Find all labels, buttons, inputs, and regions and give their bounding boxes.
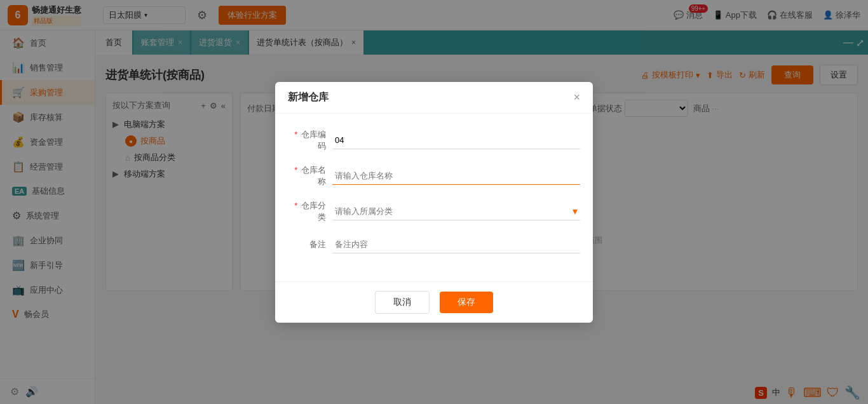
modal-close-button[interactable]: × <box>573 91 580 104</box>
modal-header: 新增仓库 × <box>275 82 593 114</box>
form-row-category: * 仓库分类 ▾ <box>288 200 580 223</box>
form-row-code: * 仓库编码 <box>288 129 580 152</box>
category-select-row[interactable]: ▾ <box>332 203 580 220</box>
modal-title: 新增仓库 <box>288 91 329 104</box>
form-row-name: * 仓库名称 <box>288 165 580 187</box>
name-label: * 仓库名称 <box>288 165 332 187</box>
required-star-category: * <box>294 201 297 210</box>
modal-body: * 仓库编码 * 仓库名称 * 仓库分类 <box>275 114 593 281</box>
category-label: * 仓库分类 <box>288 200 332 223</box>
warehouse-name-input[interactable] <box>332 167 580 185</box>
add-warehouse-modal: 新增仓库 × * 仓库编码 * 仓库名称 <box>275 82 593 323</box>
warehouse-code-input[interactable] <box>332 131 580 149</box>
category-dropdown-icon[interactable]: ▾ <box>573 205 578 217</box>
cancel-button[interactable]: 取消 <box>375 291 430 314</box>
category-select-input[interactable] <box>335 206 573 216</box>
note-input[interactable] <box>332 236 580 253</box>
save-button[interactable]: 保存 <box>440 292 493 313</box>
required-star-name: * <box>294 165 297 175</box>
required-star-code: * <box>294 130 297 139</box>
form-row-note: 备注 <box>288 236 580 253</box>
note-label: 备注 <box>288 239 332 250</box>
modal-overlay[interactable]: 新增仓库 × * 仓库编码 * 仓库名称 <box>0 0 868 404</box>
code-label: * 仓库编码 <box>288 129 332 152</box>
modal-footer: 取消 保存 <box>275 281 593 323</box>
